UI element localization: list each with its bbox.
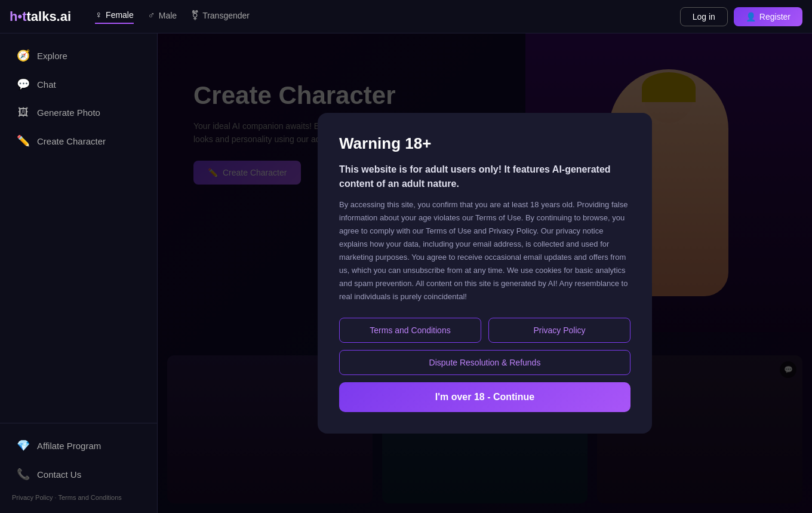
chat-icon: 💬: [17, 78, 30, 91]
contact-icon: 📞: [17, 468, 30, 481]
sidebar-label-contact: Contact Us: [37, 469, 81, 480]
modal-overlay: Warning 18+ This website is for adult us…: [158, 33, 812, 513]
tab-transgender-label: Transgender: [202, 11, 250, 20]
logo-rest: talks.ai: [26, 9, 71, 24]
sidebar-label-affiliate: Affilate Program: [37, 441, 101, 451]
main-content: Create Character Your ideal AI companion…: [158, 33, 812, 513]
affiliate-icon: 💎: [17, 439, 30, 452]
gender-tabs: ♀ Female ♂ Male ⚧ Transgender: [95, 10, 680, 24]
male-icon: ♂: [148, 10, 155, 21]
modal-title: Warning 18+: [339, 134, 630, 153]
tab-female-label: Female: [106, 10, 134, 20]
tab-transgender[interactable]: ⚧ Transgender: [191, 10, 250, 24]
generate-photo-icon: 🖼: [17, 106, 30, 119]
modal-body: By accessing this site, you confirm that…: [339, 198, 630, 304]
footer-terms-link[interactable]: Terms and Conditions: [58, 494, 121, 501]
header-actions: Log in 👤 Register: [680, 7, 802, 26]
tab-male[interactable]: ♂ Male: [148, 10, 177, 24]
tab-female[interactable]: ♀ Female: [95, 10, 134, 24]
sidebar-item-generate-photo[interactable]: 🖼 Generate Photo: [5, 99, 152, 126]
modal-subtitle: This website is for adult users only! It…: [339, 162, 630, 191]
sidebar-item-chat[interactable]: 💬 Chat: [5, 70, 152, 98]
sidebar-item-create-character[interactable]: ✏️ Create Character: [5, 127, 152, 155]
terms-button[interactable]: Terms and Conditions: [339, 318, 481, 343]
female-icon: ♀: [95, 10, 102, 20]
sidebar: 🧭 Explore 💬 Chat 🖼 Generate Photo ✏️ Cre…: [0, 33, 158, 513]
sidebar-nav: 🧭 Explore 💬 Chat 🖼 Generate Photo ✏️ Cre…: [0, 41, 157, 156]
register-label: Register: [759, 12, 791, 21]
sidebar-label-explore: Explore: [37, 51, 67, 61]
logo-hot: h•t: [10, 9, 26, 24]
sidebar-label-generate-photo: Generate Photo: [37, 107, 100, 118]
sidebar-item-affiliate[interactable]: 💎 Affilate Program: [5, 432, 152, 459]
register-icon: 👤: [746, 12, 756, 21]
sidebar-item-explore[interactable]: 🧭 Explore: [5, 42, 152, 69]
logo[interactable]: h•ttalks.ai: [10, 9, 71, 24]
footer-privacy-link[interactable]: Privacy Policy: [12, 494, 53, 501]
age-warning-modal: Warning 18+ This website is for adult us…: [318, 113, 652, 434]
sidebar-label-chat: Chat: [37, 79, 56, 90]
age-confirm-button[interactable]: I'm over 18 - Continue: [339, 382, 630, 412]
register-button[interactable]: 👤 Register: [734, 7, 802, 26]
main-layout: 🧭 Explore 💬 Chat 🖼 Generate Photo ✏️ Cre…: [0, 33, 812, 513]
transgender-icon: ⚧: [191, 10, 199, 21]
sidebar-item-contact[interactable]: 📞 Contact Us: [5, 460, 152, 488]
sidebar-bottom: 💎 Affilate Program 📞 Contact Us Privacy …: [0, 423, 157, 506]
modal-link-buttons: Terms and Conditions Privacy Policy: [339, 318, 630, 343]
create-character-icon: ✏️: [17, 134, 30, 148]
tab-male-label: Male: [159, 11, 177, 20]
sidebar-footer: Privacy Policy · Terms and Conditions: [0, 489, 157, 506]
dispute-button[interactable]: Dispute Resolution & Refunds: [339, 350, 630, 375]
login-button[interactable]: Log in: [680, 7, 728, 26]
header: h•ttalks.ai ♀ Female ♂ Male ⚧ Transgende…: [0, 0, 812, 33]
explore-icon: 🧭: [17, 49, 30, 62]
sidebar-label-create-character: Create Character: [37, 136, 106, 146]
privacy-button[interactable]: Privacy Policy: [488, 318, 630, 343]
